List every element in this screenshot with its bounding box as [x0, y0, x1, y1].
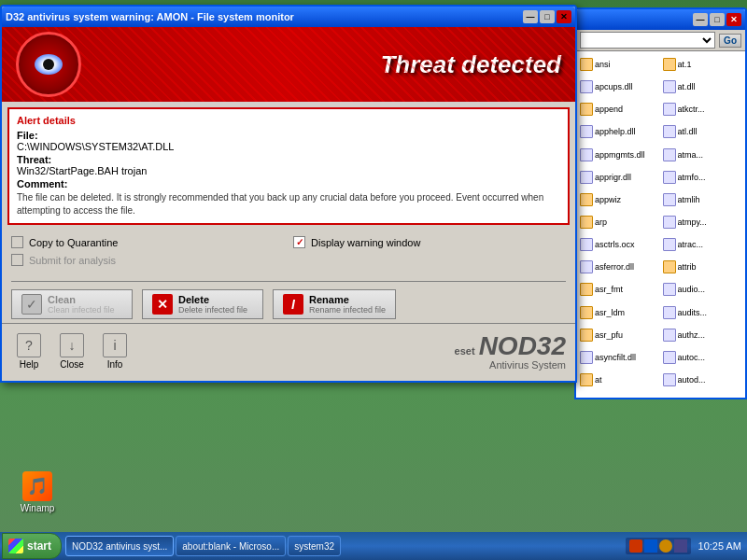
- file-icon: [580, 373, 593, 386]
- rename-icon: I: [283, 294, 303, 315]
- file-icon: [663, 103, 676, 116]
- list-item[interactable]: asr_ldm: [578, 301, 661, 323]
- file-icon: [663, 171, 676, 184]
- nod32-window-controls: — □ ✕: [523, 10, 571, 23]
- list-item[interactable]: asyncfilt.dll: [578, 346, 661, 369]
- nod32-title: D32 antivirus system warning: AMON - Fil…: [6, 11, 294, 22]
- delete-text: Delete Delete infected file: [178, 294, 247, 315]
- file-name: asr_fmt: [595, 285, 623, 294]
- list-item[interactable]: autoc...: [661, 346, 744, 369]
- explorer-close-button[interactable]: ✕: [726, 13, 741, 26]
- list-item[interactable]: apphelp.dll: [578, 120, 661, 143]
- file-name: asferror.dll: [595, 262, 634, 272]
- network-tray-icon: [644, 539, 657, 553]
- help-icon: ?: [17, 333, 41, 357]
- file-name: asyncfilt.dll: [595, 353, 636, 362]
- list-item[interactable]: appwiz: [578, 189, 661, 211]
- system-tray: [626, 538, 691, 554]
- start-button[interactable]: start: [2, 533, 62, 559]
- list-item[interactable]: audio...: [661, 278, 744, 301]
- list-item[interactable]: apprigr.dll: [578, 166, 661, 189]
- display-warning-row: ✓ Display warning window: [293, 236, 420, 248]
- list-item[interactable]: at.dll: [661, 76, 744, 98]
- nod32-close-button[interactable]: ✕: [557, 10, 571, 23]
- clean-icon: ✓: [21, 294, 42, 315]
- rename-button[interactable]: I Rename Rename infected file: [273, 289, 396, 319]
- clean-subtitle: Clean infected file: [48, 305, 115, 315]
- file-icon: [580, 216, 593, 229]
- nod32-maximize-button[interactable]: □: [540, 10, 555, 23]
- clean-text: Clean Clean infected file: [48, 294, 115, 315]
- file-name: ansi: [595, 60, 611, 69]
- nod32-brand: eset NOD32 Antivirus System: [455, 333, 566, 371]
- list-item[interactable]: atrac...: [661, 233, 744, 256]
- display-warning-checkbox[interactable]: ✓: [293, 236, 305, 248]
- list-item[interactable]: atmlih: [661, 189, 744, 211]
- info-button[interactable]: i Info: [97, 331, 133, 371]
- quarantine-row: Copy to Quarantine: [11, 236, 284, 248]
- file-name: at: [595, 375, 602, 385]
- taskbar-item[interactable]: NOD32 antivirus syst...: [65, 536, 174, 556]
- file-name: authz...: [678, 330, 706, 340]
- display-warning-label[interactable]: Display warning window: [311, 237, 420, 248]
- quarantine-checkbox[interactable]: [11, 236, 23, 248]
- file-icon: [580, 260, 593, 273]
- list-item[interactable]: apcups.dll: [578, 76, 661, 98]
- list-item[interactable]: atma...: [661, 144, 744, 166]
- volume-tray-icon: [659, 539, 672, 553]
- eye-outer: [16, 32, 81, 97]
- list-item[interactable]: authz...: [661, 324, 744, 346]
- list-item[interactable]: asr_fmt: [578, 278, 661, 301]
- file-name: appmgmts.dll: [595, 150, 645, 160]
- file-icon: [580, 306, 593, 319]
- bottom-toolbar: ? Help ↓ Close i Info eset NOD32 Antivir…: [2, 323, 575, 381]
- help-button[interactable]: ? Help: [11, 331, 47, 371]
- list-item[interactable]: asr_pfu: [578, 324, 661, 346]
- nod32-alert-window: D32 antivirus system warning: AMON - Fil…: [0, 5, 577, 383]
- taskbar-item[interactable]: system32: [288, 536, 341, 556]
- file-icon: [580, 193, 593, 206]
- explorer-maximize-button[interactable]: □: [710, 13, 725, 26]
- taskbar-item[interactable]: about:blank - Microso...: [176, 536, 286, 556]
- list-item[interactable]: atl.dll: [661, 120, 744, 143]
- analysis-checkbox[interactable]: [11, 254, 23, 266]
- analysis-label[interactable]: Submit for analysis: [29, 255, 116, 266]
- list-item[interactable]: at.1: [661, 53, 744, 76]
- list-item[interactable]: appmgmts.dll: [578, 144, 661, 166]
- list-item[interactable]: attrib: [661, 256, 744, 278]
- explorer-minimize-button[interactable]: —: [693, 13, 708, 26]
- left-options: Copy to Quarantine Submit for analysis: [11, 236, 284, 272]
- address-bar[interactable]: [580, 32, 715, 49]
- list-item[interactable]: atmfo...: [661, 166, 744, 189]
- file-name: append: [595, 105, 623, 114]
- file-name: at.1: [678, 60, 692, 69]
- delete-button[interactable]: ✕ Delete Delete infected file: [142, 289, 263, 319]
- nod32-logo: [16, 32, 81, 97]
- list-item[interactable]: atmpy...: [661, 211, 744, 233]
- file-icon: [663, 260, 676, 273]
- list-item[interactable]: atkctr...: [661, 98, 744, 120]
- quarantine-label[interactable]: Copy to Quarantine: [29, 237, 118, 248]
- winamp-desktop-icon[interactable]: 🎵 Winamp: [9, 471, 65, 513]
- file-icon: [663, 283, 676, 296]
- list-item[interactable]: autod...: [661, 369, 744, 391]
- close-bottom-button[interactable]: ↓ Close: [54, 331, 90, 371]
- list-item[interactable]: asferror.dll: [578, 256, 661, 278]
- file-name: apphelp.dll: [595, 127, 636, 136]
- rename-title: Rename: [309, 294, 386, 305]
- winamp-icon: 🎵: [22, 471, 52, 501]
- list-item[interactable]: ansi: [578, 53, 661, 76]
- list-item[interactable]: append: [578, 98, 661, 120]
- file-icon: [580, 351, 593, 364]
- list-item[interactable]: asctrls.ocx: [578, 233, 661, 256]
- list-item[interactable]: arp: [578, 211, 661, 233]
- file-icon: [580, 103, 593, 116]
- nod32-minimize-button[interactable]: —: [523, 10, 538, 23]
- go-button[interactable]: Go: [719, 34, 741, 48]
- list-item[interactable]: at: [578, 369, 661, 391]
- threat-value: Win32/StartPage.BAH trojan: [17, 165, 560, 176]
- clean-button[interactable]: ✓ Clean Clean infected file: [11, 289, 133, 319]
- file-name: appwiz: [595, 195, 621, 204]
- help-label: Help: [20, 359, 39, 370]
- list-item[interactable]: audits...: [661, 301, 744, 323]
